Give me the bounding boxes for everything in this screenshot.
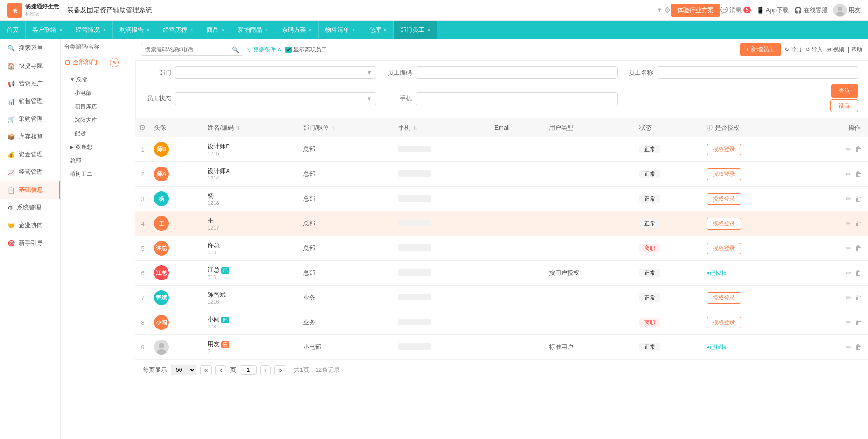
- edit-btn[interactable]: ✏: [846, 170, 851, 178]
- auth-button[interactable]: 授权登录: [707, 168, 741, 180]
- close-icon[interactable]: ×: [384, 27, 387, 33]
- dept-select[interactable]: ▼: [175, 66, 376, 79]
- close-icon[interactable]: ×: [103, 27, 105, 33]
- tab-add-goods[interactable]: 新增商品 ×: [231, 21, 275, 39]
- sidebar-item-finance[interactable]: 💰 资金管理: [0, 146, 60, 163]
- tab-goods[interactable]: 商品 ×: [200, 21, 231, 39]
- prev-page-btn[interactable]: ‹: [215, 365, 226, 375]
- user-info[interactable]: 用友: [833, 4, 861, 17]
- sidebar-item-mgmt[interactable]: 📈 经营管理: [0, 163, 60, 181]
- app-download[interactable]: 📱App下载: [757, 6, 789, 14]
- col-name[interactable]: 姓名/编码 ⇅: [204, 118, 299, 137]
- tab-operation[interactable]: 经营情况 ×: [69, 21, 112, 39]
- message-icon[interactable]: 💬 消息 5: [720, 6, 751, 14]
- auth-button[interactable]: 授权登录: [707, 193, 741, 205]
- next-page-btn[interactable]: ›: [260, 365, 271, 375]
- auth-button[interactable]: 授权登录: [707, 243, 741, 254]
- edit-btn[interactable]: ✏: [846, 220, 851, 227]
- delete-btn[interactable]: 🗑: [855, 220, 861, 227]
- search-btn-icon[interactable]: 🔍: [232, 46, 239, 53]
- online-service[interactable]: 🎧在线客服: [794, 6, 828, 14]
- tab-bom[interactable]: 物料清单 ×: [319, 21, 362, 39]
- more-conditions-btn[interactable]: ▽ 更多条件 ∧: [247, 46, 282, 54]
- close-icon[interactable]: ×: [427, 27, 430, 33]
- auth-button[interactable]: 授权登录: [707, 292, 741, 304]
- auth-button[interactable]: 授权登录: [707, 218, 741, 230]
- emp-code-input[interactable]: [416, 66, 617, 79]
- dept-node-electronics[interactable]: 小电部: [61, 86, 135, 100]
- show-resigned-label[interactable]: 显示离职员工: [285, 46, 327, 54]
- tab-home[interactable]: 首页: [0, 21, 26, 39]
- export-btn[interactable]: ↻ 导出: [785, 46, 802, 54]
- phone-input[interactable]: [416, 92, 617, 105]
- tab-warehouse[interactable]: 仓库 ×: [362, 21, 394, 39]
- experience-button[interactable]: 体验行业方案: [671, 4, 720, 17]
- close-icon[interactable]: ×: [352, 27, 355, 33]
- edit-btn[interactable]: ✏: [846, 269, 851, 277]
- first-page-btn[interactable]: «: [200, 365, 212, 375]
- sidebar-item-system[interactable]: ⚙ 系统管理: [0, 199, 60, 216]
- emp-name-input[interactable]: [657, 66, 858, 79]
- edit-btn[interactable]: ✏: [846, 294, 851, 301]
- dept-node-delivery[interactable]: 配货: [61, 127, 135, 140]
- edit-btn[interactable]: ✏: [846, 244, 851, 252]
- col-settings-icon[interactable]: ⚙: [139, 124, 146, 132]
- tab-customer[interactable]: 客户联络 ×: [26, 21, 69, 39]
- emp-status-select[interactable]: ▼: [175, 92, 376, 105]
- delete-btn[interactable]: 🗑: [855, 343, 861, 351]
- close-icon[interactable]: ×: [146, 27, 149, 33]
- dept-node-shenyang[interactable]: 沈阳大库: [61, 113, 135, 127]
- edit-btn[interactable]: ✏: [846, 343, 851, 351]
- edit-btn[interactable]: ✏: [846, 319, 851, 326]
- sidebar-item-inventory[interactable]: 📦 库存核算: [0, 128, 60, 146]
- page-input[interactable]: [240, 365, 257, 375]
- close-icon[interactable]: ×: [59, 27, 62, 33]
- delete-btn[interactable]: 🗑: [855, 146, 861, 153]
- help-btn[interactable]: | 帮助: [848, 46, 862, 54]
- view-btn[interactable]: ⊞ 视频: [826, 46, 844, 54]
- sidebar-item-collab[interactable]: 🤝 企业协同: [0, 216, 60, 234]
- sidebar-item-guide[interactable]: 🎯 新手引导: [0, 234, 60, 252]
- auth-button[interactable]: 授权登录: [707, 317, 741, 328]
- tab-history[interactable]: 经营历程 ×: [156, 21, 200, 39]
- search-input[interactable]: [145, 46, 232, 53]
- dept-node-hq[interactable]: 总部: [61, 154, 135, 167]
- dept-search-input[interactable]: [64, 43, 134, 50]
- add-employee-button[interactable]: + 新增员工: [740, 43, 781, 56]
- delete-btn[interactable]: 🗑: [855, 294, 861, 301]
- tab-employees[interactable]: 部门员工 ×: [394, 21, 437, 39]
- set-button[interactable]: 设置: [830, 99, 858, 112]
- dept-node-plant[interactable]: 植树王二: [61, 167, 135, 181]
- delete-btn[interactable]: 🗑: [855, 195, 861, 202]
- dept-collapse-btn[interactable]: «: [121, 58, 130, 67]
- col-dept[interactable]: 部门/职位 ⇅: [299, 118, 395, 137]
- dept-node-general[interactable]: ▼ 总部: [61, 73, 135, 86]
- auth-button[interactable]: 授权登录: [707, 144, 741, 155]
- close-icon[interactable]: ×: [309, 27, 312, 33]
- sidebar-item-search[interactable]: 🔍 搜索菜单: [0, 39, 60, 57]
- sidebar-item-sales[interactable]: 📊 销售管理: [0, 92, 60, 110]
- last-page-btn[interactable]: »: [274, 365, 286, 375]
- delete-btn[interactable]: 🗑: [855, 244, 861, 252]
- page-size-select[interactable]: 50 20 100: [171, 365, 196, 375]
- col-phone[interactable]: 手机 ⇅: [395, 118, 491, 137]
- delete-btn[interactable]: 🗑: [855, 170, 861, 178]
- close-icon[interactable]: ×: [265, 27, 268, 33]
- sidebar-item-basic[interactable]: 📋 基础信息: [0, 181, 60, 199]
- dept-node-project[interactable]: 项目库房: [61, 100, 135, 113]
- delete-btn[interactable]: 🗑: [855, 319, 861, 326]
- edit-btn[interactable]: ✏: [846, 146, 851, 153]
- show-resigned-checkbox[interactable]: [285, 47, 292, 53]
- close-icon[interactable]: ×: [190, 27, 193, 33]
- sidebar-item-marketing[interactable]: 📢 营销推广: [0, 75, 60, 92]
- delete-btn[interactable]: 🗑: [855, 269, 861, 277]
- dropdown-icon[interactable]: ▼: [656, 7, 662, 14]
- dept-edit-btn[interactable]: ✎: [110, 58, 119, 67]
- close-icon[interactable]: ×: [222, 27, 224, 33]
- dept-node-shuangluxiang[interactable]: ▶ 双鹿想: [61, 140, 135, 154]
- sidebar-item-purchase[interactable]: 🛒 采购管理: [0, 110, 60, 128]
- import-btn[interactable]: ↺ 导入: [806, 46, 823, 54]
- tab-barcode[interactable]: 条码方案 ×: [275, 21, 319, 39]
- edit-btn[interactable]: ✏: [846, 195, 851, 202]
- tab-profit[interactable]: 利润报告 ×: [113, 21, 156, 39]
